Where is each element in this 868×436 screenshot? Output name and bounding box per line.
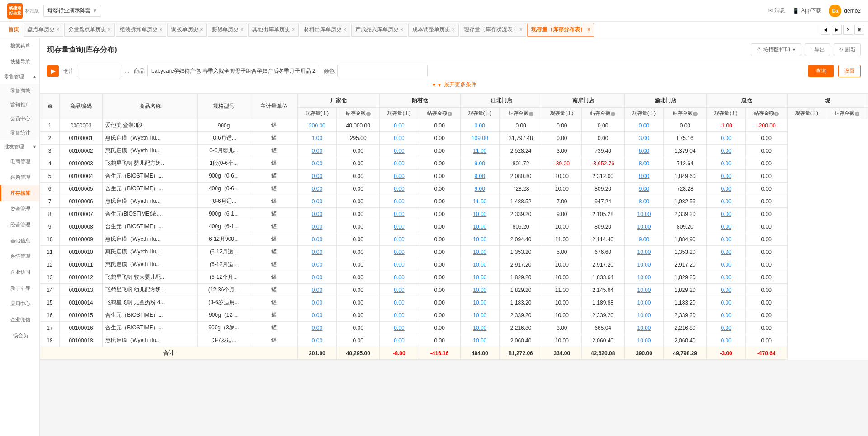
total-qty[interactable]: 0.00 [707,220,745,233]
w5-qty[interactable]: 9.00 [624,233,663,246]
tab-close[interactable]: × [200,27,203,32]
tab-disassemble[interactable]: 组装拆卸单历史× [116,23,166,37]
total-qty[interactable]: 0.00 [707,208,745,220]
tab-stock-status[interactable]: 现存量（库存状况表）× [460,23,527,37]
collapse-btn[interactable]: ▶ [47,65,59,77]
sidebar-item-finance[interactable]: 资金管理 [0,201,39,217]
w5-qty[interactable]: 10.00 [624,334,663,347]
sidebar-item-appstore[interactable]: 应用中心 [0,296,39,312]
w3-qty[interactable]: 10.00 [460,322,499,334]
refresh-btn[interactable]: ↻ 刷新 [834,43,861,56]
w2-qty[interactable]: 0.00 [380,258,419,271]
w2-qty[interactable]: 0.00 [380,183,419,195]
sidebar-item-marketing[interactable]: 营销推广 [0,98,39,112]
sidebar-item-purchase[interactable]: 采购管理 [0,169,39,185]
w1-qty[interactable]: 0.00 [297,284,336,296]
w3-qty[interactable]: 10.00 [460,233,499,246]
w5-qty[interactable]: 8.00 [624,170,663,183]
sidebar-item-nav[interactable]: 快捷导航 [0,54,39,70]
w1-qty[interactable]: 0.00 [297,170,336,183]
sidebar-item-member[interactable]: 会员中心 [0,112,39,126]
expand-conditions-btn[interactable]: ▼▼ 展开更多条件 [431,81,476,89]
tab-nav-close-all[interactable]: × [843,25,853,35]
w1-qty[interactable]: 0.00 [297,233,336,246]
sidebar-item-wechat[interactable]: 企业微信 [0,312,39,328]
sidebar-item-retail-stat[interactable]: 零售统计 [0,126,39,140]
w5-qty[interactable]: 10.00 [624,246,663,258]
total-qty[interactable]: 0.00 [707,322,745,334]
export-btn[interactable]: ↑ 导出 [805,43,830,56]
w2-qty[interactable]: 0.00 [380,233,419,246]
tab-home[interactable]: 首页 [4,23,24,37]
w2-qty[interactable]: 0.00 [380,208,419,220]
total-qty[interactable]: 0.00 [707,284,745,296]
w2-qty[interactable]: 0.00 [380,246,419,258]
w2-qty[interactable]: 0.00 [380,195,419,208]
sidebar-item-ecom[interactable]: 电商管理 [0,154,39,169]
tab-stock-dist[interactable]: 现存量（库存分布表）× [527,23,594,37]
w5-qty[interactable]: 10.00 [624,271,663,284]
w5-qty[interactable]: 10.00 [624,309,663,322]
sidebar-item-inventory[interactable]: 库存核算 [0,185,39,201]
tab-inventory-count[interactable]: 盘点单历史× [24,23,63,37]
sidebar-item-wholesale[interactable]: 批发管理▼ [0,140,39,154]
total-qty[interactable]: 0.00 [707,145,745,157]
w5-qty[interactable]: 0.00 [624,119,663,132]
warehouse-input[interactable] [77,65,122,77]
w3-qty[interactable]: 11.00 [460,145,499,157]
total-qty[interactable]: 0.00 [707,309,745,322]
sidebar-item-system[interactable]: 系统管理 [0,248,39,264]
total-qty[interactable]: -1.00 [707,119,745,132]
total-qty[interactable]: 0.00 [707,296,745,309]
tab-close[interactable]: × [108,27,111,32]
w1-qty[interactable]: 0.00 [297,334,336,347]
gear-icon[interactable]: ⚙ [47,103,52,110]
w2-qty[interactable]: 0.00 [380,322,419,334]
tab-close[interactable]: × [241,27,243,32]
w1-qty[interactable]: 0.00 [297,195,336,208]
w2-qty[interactable]: 0.00 [380,309,419,322]
tab-close[interactable]: × [160,27,162,32]
w3-qty[interactable]: 10.00 [460,271,499,284]
w1-qty[interactable]: 0.00 [297,296,336,309]
sidebar-item-basic[interactable]: 基础信息 [0,233,39,248]
tab-close[interactable]: × [401,27,403,32]
tab-close[interactable]: × [292,27,295,32]
w2-qty[interactable]: 0.00 [380,296,419,309]
w1-qty[interactable]: 200.00 [297,119,336,132]
w3-qty[interactable]: 10.00 [460,246,499,258]
total-qty[interactable]: 0.00 [707,258,745,271]
w1-qty[interactable]: 0.00 [297,246,336,258]
tab-nav-next[interactable]: ▶ [832,25,842,35]
w3-qty[interactable]: 10.00 [460,258,499,271]
total-qty[interactable]: 0.00 [707,195,745,208]
w1-qty[interactable]: 0.00 [297,145,336,157]
sidebar-item-corp[interactable]: 企业协同 [0,264,39,280]
tab-close[interactable]: × [57,27,59,32]
w3-qty[interactable]: 10.00 [460,309,499,322]
w2-qty[interactable]: 0.00 [380,334,419,347]
tab-requisition[interactable]: 要货单历史× [208,23,247,37]
total-qty[interactable]: 0.00 [707,271,745,284]
w1-qty[interactable]: 1.00 [297,132,336,145]
sidebar-item-vip[interactable]: 畅会员 [0,328,39,343]
w2-qty[interactable]: 0.00 [380,170,419,183]
sidebar-item-search[interactable]: 搜索英单 [0,38,39,54]
w1-qty[interactable]: 0.00 [297,309,336,322]
tab-branch-count[interactable]: 分量盘点单历史× [64,23,115,37]
w2-qty[interactable]: 0.00 [380,284,419,296]
w3-qty[interactable]: 9.00 [460,170,499,183]
w1-qty[interactable]: 0.00 [297,322,336,334]
message-btn[interactable]: ✉ 消息 [768,7,785,14]
sidebar-item-guide[interactable]: 新手引导 [0,280,39,296]
w3-qty[interactable]: 10.00 [460,220,499,233]
total-qty[interactable]: 0.00 [707,170,745,183]
w3-qty[interactable]: 10.00 [460,296,499,309]
total-qty[interactable]: 0.00 [707,334,745,347]
goods-input[interactable] [147,65,319,77]
tab-transfer[interactable]: 调拨单历史× [167,23,207,37]
tab-other-out[interactable]: 其他出库单历史× [248,23,299,37]
w5-qty[interactable]: 3.00 [624,132,663,145]
w2-qty[interactable]: 0.00 [380,119,419,132]
setting-btn[interactable]: 设置 [838,65,861,77]
